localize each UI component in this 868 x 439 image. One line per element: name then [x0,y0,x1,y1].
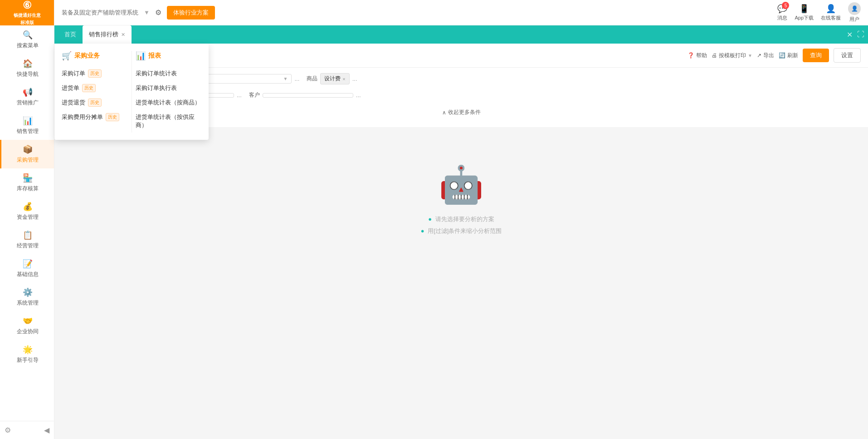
doc-status-arrow: ▼ [283,76,288,81]
sidebar-item-quick-nav-label: 快捷导航 [17,70,39,78]
export-icon: ↗ [757,52,761,59]
tab-close-icon[interactable]: ✕ [121,32,125,38]
industry-plan-button[interactable]: 体验行业方案 [167,6,215,20]
header-gear-icon[interactable]: ⚙ [155,8,161,17]
sidebar-item-search[interactable]: 🔍 搜索菜单 [0,25,54,54]
guide-icon: 🌟 [23,345,33,355]
goods-label: 商品 [307,75,317,83]
purchase-icon: 📦 [23,144,33,154]
user-avatar: 👤 [848,2,861,15]
incoming-stats-goods-label: 进货单统计表（按商品） [136,99,200,107]
user-item[interactable]: 👤 用户 [848,2,861,23]
collapse-button[interactable]: ∧ 收起更多条件 [433,106,490,119]
sidebar-item-inventory-label: 库存核算 [17,185,39,192]
tabbar-close-icon[interactable]: ✕ [847,30,853,39]
customer-dots[interactable]: ... [356,92,361,99]
doc-status-dots[interactable]: ... [294,75,299,82]
settings-bottom-icon[interactable]: ⚙ [5,426,11,434]
menu-item-incoming[interactable]: 进货单 历史 [62,81,128,95]
sidebar-item-purchase-label: 采购管理 [17,156,39,164]
sidebar-item-basic-info[interactable]: 📝 基础信息 [0,254,54,283]
doc-status-input[interactable]: ▼ [201,74,292,84]
sidebar-item-system[interactable]: ⚙️ 系统管理 [0,283,54,311]
sidebar-item-finance[interactable]: 💰 资金管理 [0,197,54,226]
header-dropdown-arrow[interactable]: ▼ [144,9,150,16]
sidebar-item-system-label: 系统管理 [17,299,39,307]
report-section-title-text: 报表 [148,52,161,60]
purchase-section-title: 🛒 采购业务 [62,51,128,61]
phone-icon: 📱 [799,4,809,14]
empty-hint-2: ● 用[过滤]条件来缩小分析范围 [421,225,502,237]
sidebar-item-enterprise-label: 企业协同 [17,328,39,335]
marketing-icon: 📢 [23,87,33,97]
goods-tag-close-icon[interactable]: × [342,76,345,82]
purchase-menu-col: 🛒 采购业务 采购订单 历史 进货单 历史 进货退货 历史 采购费用分摊单 历史 [62,51,128,133]
order-exec-label: 采购订单执行表 [136,84,177,92]
menu-item-order-stats[interactable]: 采购订单统计表 [136,66,202,81]
customer-input[interactable] [263,93,353,98]
refresh-icon: 🔄 [779,52,785,59]
menu-item-order-exec[interactable]: 采购订单执行表 [136,81,202,95]
order-stats-label: 采购订单统计表 [136,69,177,78]
notifications-item[interactable]: 💬 5 消息 [777,4,787,21]
sidebar-item-guide[interactable]: 🌟 新手引导 [0,340,54,369]
menu-item-return[interactable]: 进货退货 历史 [62,95,128,110]
sidebar-item-purchase[interactable]: 📦 采购管理 [0,140,54,168]
app-download-item[interactable]: 📱 App下载 [795,4,814,21]
notifications-badge: 5 [782,2,789,9]
print-button[interactable]: 🖨 按模板打印 ▼ [712,52,752,59]
online-service-item[interactable]: 👤 在线客服 [821,4,841,21]
expense-badge: 历史 [106,113,119,121]
search-icon: 🔍 [23,30,33,40]
menu-item-purchase-order[interactable]: 采购订单 历史 [62,66,128,81]
sidebar-item-guide-label: 新手引导 [17,356,39,364]
export-button[interactable]: ↗ 导出 [757,52,774,59]
purchase-order-badge: 历史 [88,69,102,78]
user-label: 用户 [849,16,859,23]
purchase-menu-icon: 🛒 [62,51,72,61]
print-arrow-icon: ▼ [748,53,752,58]
sidebar-item-sales-label: 销售管理 [17,128,39,135]
sidebar: ⑥ 畅捷通好生意 标准版 🔍 搜索菜单 🏠 快捷导航 📢 营销推广 📊 销售管理… [0,0,54,439]
sidebar-item-operations[interactable]: 📋 经营管理 [0,226,54,254]
tab-sales-rank[interactable]: 销售排行榜 ✕ [83,25,132,44]
empty-robot-icon: 🤖 [439,163,484,206]
operations-icon: 📋 [23,230,33,240]
help-button[interactable]: ❓ 帮助 [688,52,707,59]
report-menu-col: 📊 报表 采购订单统计表 采购订单执行表 进货单统计表（按商品） 进货单统计表（… [136,51,202,133]
sidebar-item-marketing[interactable]: 📢 营销推广 [0,83,54,111]
tab-home[interactable]: 首页 [58,25,83,44]
inventory-icon: 🏪 [23,173,33,183]
sidebar-item-marketing-label: 营销推广 [17,99,39,107]
return-label: 进货退货 [62,99,85,107]
menu-item-expense[interactable]: 采购费用分摊单 历史 [62,110,128,124]
customer-label: 客户 [249,91,260,99]
menu-item-incoming-stats-goods[interactable]: 进货单统计表（按商品） [136,95,202,110]
help-icon: ❓ [688,52,694,59]
sidebar-bottom: ⚙ ◀ [0,421,54,439]
sidebar-item-sales[interactable]: 📊 销售管理 [0,111,54,140]
online-service-label: 在线客服 [821,15,841,21]
help-label: 帮助 [696,52,707,59]
sales-icon: 📊 [23,116,33,126]
collapse-sidebar-icon[interactable]: ◀ [44,426,49,434]
sidebar-item-inventory[interactable]: 🏪 库存核算 [0,168,54,197]
menu-item-incoming-stats-supplier[interactable]: 进货单统计表（按供应商） [136,110,202,133]
settings-button[interactable]: 设置 [834,48,861,63]
refresh-button[interactable]: 🔄 刷新 [779,52,798,59]
purchase-section-title-text: 采购业务 [74,52,100,60]
finance-icon: 💰 [23,202,33,212]
expense-label: 采购费用分摊单 [62,113,103,121]
return-badge: 历史 [88,99,102,107]
goods-dots[interactable]: ... [352,75,357,82]
goods-tag-text: 设计费 [324,75,341,83]
salesperson-dots[interactable]: ... [237,92,242,99]
report-menu-icon: 📊 [136,51,146,61]
goods-tag[interactable]: 设计费 × [320,73,349,84]
tabbar-expand-icon[interactable]: ⛶ [857,30,864,39]
sidebar-item-quick-nav[interactable]: 🏠 快捷导航 [0,54,54,83]
empty-hint-1: ● 请先选择要分析的方案 [428,213,494,225]
print-icon: 🖨 [712,52,717,59]
query-button[interactable]: 查询 [803,49,829,62]
sidebar-item-enterprise[interactable]: 🤝 企业协同 [0,311,54,340]
